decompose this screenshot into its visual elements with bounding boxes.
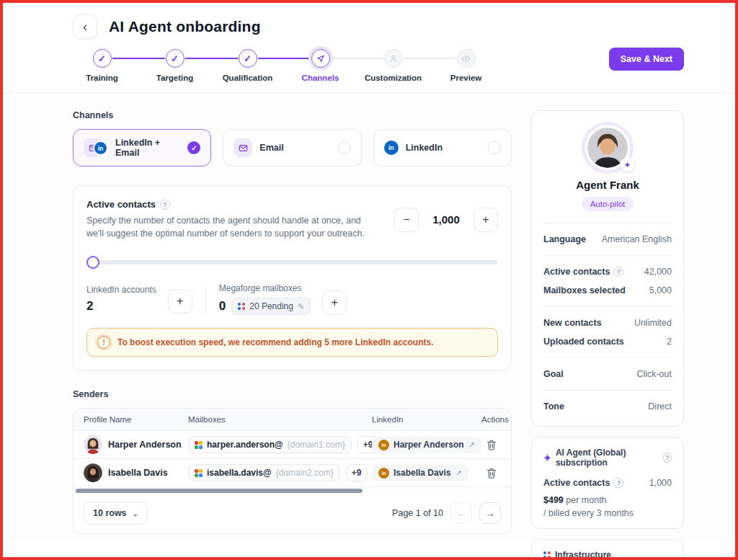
stat-mailboxes-selected: Mailboxes selected 5,000 bbox=[543, 281, 672, 300]
ai-sparkle-icon: ✦ bbox=[621, 158, 634, 172]
step-done-check-icon: ✓ bbox=[166, 49, 184, 68]
infrastructure-header: Infrastructure bbox=[543, 550, 672, 560]
help-icon[interactable]: ? bbox=[613, 267, 623, 277]
subscription-contacts-row: Active contacts? 1,000 bbox=[543, 474, 672, 492]
stepper: ✓ Training ✓ Targeting ✓ Qualification C… bbox=[66, 49, 684, 82]
sender-name: Harper Anderson bbox=[108, 440, 182, 450]
add-mailbox-button[interactable]: + bbox=[322, 290, 347, 315]
divider bbox=[543, 223, 672, 223]
delete-sender-button[interactable] bbox=[486, 440, 497, 450]
vertical-divider bbox=[205, 283, 206, 315]
page-info: Page 1 of 10 bbox=[392, 508, 443, 518]
column-header: Mailboxes bbox=[178, 409, 362, 430]
send-plane-icon bbox=[311, 49, 330, 68]
help-icon[interactable]: ? bbox=[663, 453, 672, 463]
warning-text: To boost execution speed, we recommend a… bbox=[117, 337, 434, 347]
active-contacts-description: Specify the number of contacts the agent… bbox=[86, 214, 380, 240]
subscription-card: ✦ AI Agent (Global) subscription ? Activ… bbox=[531, 437, 684, 529]
agent-name: Agent Frank bbox=[543, 179, 672, 191]
step-channels[interactable]: Channels bbox=[284, 49, 357, 82]
edit-pencil-icon[interactable]: ✎ bbox=[298, 302, 304, 311]
back-chevron-icon: ‹ bbox=[83, 19, 87, 35]
step-customization[interactable]: Customization bbox=[357, 49, 430, 82]
person-icon bbox=[384, 49, 403, 68]
step-label: Customization bbox=[357, 74, 430, 82]
channel-option-linkedin[interactable]: in LinkedIn bbox=[373, 129, 512, 166]
active-contacts-card: Active contacts ? Specify the number of … bbox=[73, 185, 512, 370]
megaforge-mailboxes-label: Megaforge mailboxes bbox=[219, 283, 311, 293]
google-workspace-icon bbox=[195, 441, 203, 449]
prev-page-button[interactable]: ← bbox=[450, 502, 472, 524]
page-title: AI Agent onboarding bbox=[109, 18, 261, 35]
table-row: Isabella Davis isabella.davis@{domain2.c… bbox=[74, 459, 511, 487]
pending-mailboxes-badge[interactable]: 20 Pending ✎ bbox=[231, 298, 311, 315]
mailbox-badge[interactable]: harper.anderson@{domain1.com} bbox=[188, 436, 352, 453]
step-label: Targeting bbox=[138, 74, 211, 82]
header: ‹ AI Agent onboarding ✓ Training ✓ Targe… bbox=[3, 3, 735, 93]
channel-option-email[interactable]: Email bbox=[223, 129, 361, 166]
divider bbox=[543, 306, 672, 307]
help-icon[interactable]: ? bbox=[160, 200, 170, 210]
divider bbox=[543, 255, 672, 256]
mailbox-badge[interactable]: isabella.davis@{domain2.com} bbox=[188, 464, 340, 481]
next-page-button[interactable]: → bbox=[479, 502, 501, 524]
rows-per-page-select[interactable]: 10 rows ⌄ bbox=[84, 502, 148, 525]
trash-icon bbox=[486, 440, 497, 450]
stat-language: Language American English bbox=[543, 230, 672, 249]
email-icon bbox=[234, 138, 252, 157]
google-workspace-icon bbox=[195, 469, 203, 477]
radio-unchecked-icon[interactable] bbox=[488, 141, 501, 154]
channels-section-label: Channels bbox=[73, 110, 512, 120]
divider bbox=[543, 357, 672, 358]
step-qualification[interactable]: ✓ Qualification bbox=[211, 49, 284, 82]
active-contacts-value: 1,000 bbox=[429, 213, 463, 226]
divider bbox=[543, 390, 672, 391]
linkedin-profile-link[interactable]: in Harper Anderson ↗ bbox=[372, 437, 481, 453]
add-linkedin-account-button[interactable]: + bbox=[168, 289, 192, 314]
avatar bbox=[84, 463, 102, 482]
linkedin-accounts-value: 2 bbox=[86, 299, 156, 314]
column-header: Profile Name bbox=[74, 409, 178, 430]
step-done-check-icon: ✓ bbox=[239, 49, 257, 68]
table-header-row: Profile Name Mailboxes LinkedIn Actions bbox=[74, 409, 511, 431]
back-button[interactable]: ‹ bbox=[73, 14, 97, 39]
step-targeting[interactable]: ✓ Targeting bbox=[138, 49, 211, 82]
external-link-icon: ↗ bbox=[455, 468, 461, 478]
active-contacts-title: Active contacts ? bbox=[86, 199, 380, 210]
linkedin-profile-link[interactable]: in Isabella Davis ↗ bbox=[372, 465, 468, 481]
help-icon[interactable]: ? bbox=[613, 478, 623, 488]
step-preview[interactable]: Preview bbox=[430, 49, 502, 82]
save-next-button[interactable]: Save & Next bbox=[609, 48, 684, 71]
sender-name: Isabella Davis bbox=[108, 468, 168, 478]
subscription-price: $499 per month bbox=[543, 495, 672, 505]
linkedin-accounts-label: LinkedIn accounts bbox=[86, 285, 156, 295]
warning-banner: ! To boost execution speed, we recommend… bbox=[86, 328, 498, 357]
step-label: Channels bbox=[284, 74, 357, 82]
subscription-header: ✦ AI Agent (Global) subscription ? bbox=[543, 448, 672, 468]
step-training[interactable]: ✓ Training bbox=[66, 49, 138, 82]
stat-new-contacts: New contacts Unlimited bbox=[543, 314, 672, 332]
trash-icon bbox=[486, 468, 497, 479]
step-label: Preview bbox=[430, 74, 502, 82]
active-contacts-slider[interactable] bbox=[86, 256, 498, 269]
delete-sender-button[interactable] bbox=[486, 468, 497, 479]
subscription-billing-note: / billed every 3 months bbox=[543, 508, 672, 518]
decrement-button[interactable]: − bbox=[394, 208, 419, 232]
slider-handle[interactable] bbox=[86, 256, 99, 269]
increment-button[interactable]: + bbox=[474, 208, 498, 232]
stat-tone: Tone Direct bbox=[543, 397, 672, 416]
warning-icon: ! bbox=[97, 336, 110, 349]
agent-summary-card: ✦ Agent Frank Auto-pilot Language Americ… bbox=[531, 110, 684, 427]
step-done-check-icon: ✓ bbox=[93, 49, 112, 68]
channel-label: Email bbox=[259, 143, 330, 153]
channel-option-linkedin-email[interactable]: in LinkedIn + Email ✓ bbox=[73, 129, 211, 166]
radio-unchecked-icon[interactable] bbox=[338, 141, 351, 154]
sparkle-icon: ✦ bbox=[543, 453, 551, 463]
stat-goal: Goal Click-out bbox=[543, 365, 672, 383]
radio-checked-icon[interactable]: ✓ bbox=[187, 141, 200, 154]
megaforge-icon bbox=[238, 303, 245, 310]
stat-uploaded-contacts: Uploaded contacts 2 bbox=[543, 332, 672, 351]
linkedin-icon: in bbox=[384, 141, 399, 155]
linkedin-icon: in bbox=[378, 468, 389, 479]
slider-track bbox=[86, 260, 498, 265]
